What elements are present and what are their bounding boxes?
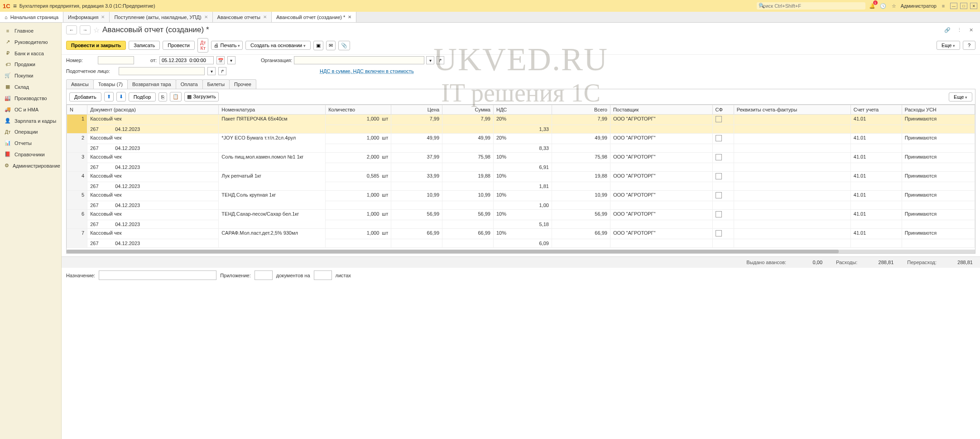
cell-supplier[interactable]: ООО "АГРОТОРГ" bbox=[610, 134, 712, 144]
cell-price[interactable]: 66,99 bbox=[391, 229, 442, 239]
cell-sum[interactable]: 7,99 bbox=[442, 115, 494, 125]
sidebar-item[interactable]: ₽Банк и касса bbox=[0, 48, 61, 59]
cell-supplier[interactable]: ООО "АГРОТОРГ" bbox=[610, 210, 712, 220]
cell-account[interactable]: 41.01 bbox=[850, 134, 902, 144]
cell-nomen[interactable]: ТЕНД.Сахар-песок/Сахар бел.1кг bbox=[219, 210, 326, 229]
tab[interactable]: Авансовые отчеты✕ bbox=[213, 12, 272, 22]
cell-supplier[interactable]: ООО "АГРОТОРГ" bbox=[610, 172, 712, 182]
cell-doc-num[interactable]: 267 04.12.2023 bbox=[87, 239, 219, 248]
cell-account[interactable]: 41.01 bbox=[850, 191, 902, 201]
cell-total[interactable]: 7,99 bbox=[552, 115, 610, 125]
cell-sf-req[interactable] bbox=[734, 229, 850, 239]
close-icon[interactable]: ✕ bbox=[204, 14, 208, 19]
purpose-input[interactable] bbox=[99, 270, 216, 280]
tab[interactable]: Поступление (акты, накладные, УПД)✕ bbox=[110, 12, 212, 22]
subtab-payment[interactable]: Оплата bbox=[176, 79, 203, 89]
cell-doc-num[interactable]: 267 04.12.2023 bbox=[87, 125, 219, 134]
checkbox-icon[interactable] bbox=[716, 116, 722, 122]
cell-nds-sum[interactable]: 5,18 bbox=[493, 220, 552, 229]
subtab-tickets[interactable]: Билеты bbox=[202, 79, 230, 89]
cell-nds[interactable]: 10% bbox=[493, 210, 552, 220]
table-row[interactable]: 7Кассовый чекСАРАФ.Мол.паст.дет.2,5% 930… bbox=[67, 229, 975, 239]
org-select-icon[interactable]: ▾ bbox=[426, 56, 434, 64]
tab[interactable]: Авансовый отчет (создание) *✕ bbox=[272, 12, 356, 22]
sidebar-item[interactable]: 📕Справочники bbox=[0, 149, 61, 160]
checkbox-icon[interactable] bbox=[716, 135, 722, 141]
col-qty[interactable]: Количество bbox=[326, 105, 391, 115]
sidebar-item[interactable]: ДтОперации bbox=[0, 126, 61, 137]
cell-qty[interactable]: 1,000 шт bbox=[326, 191, 391, 201]
cell-nds[interactable]: 20% bbox=[493, 134, 552, 144]
cell-doc[interactable]: Кассовый чек bbox=[87, 229, 219, 239]
table-row[interactable]: 1Кассовый чекПакет ПЯТЕРОЧКА 65х40см1,00… bbox=[67, 115, 975, 125]
checkbox-icon[interactable] bbox=[716, 173, 722, 179]
col-nomen[interactable]: Номенклатура bbox=[219, 105, 326, 115]
paste-button[interactable]: 📋 bbox=[170, 92, 182, 101]
table-more-button[interactable]: Еще bbox=[949, 92, 972, 101]
org-open-icon[interactable]: ↱ bbox=[436, 56, 444, 64]
close-icon[interactable]: ✕ bbox=[263, 14, 267, 19]
cell-sf-req[interactable] bbox=[734, 153, 850, 163]
date-input[interactable] bbox=[159, 56, 214, 64]
cell-supplier[interactable]: ООО "АГРОТОРГ" bbox=[610, 191, 712, 201]
cell-usn[interactable]: Принимаются bbox=[902, 191, 975, 201]
person-open-icon[interactable]: ↱ bbox=[218, 67, 226, 75]
col-doc[interactable]: Документ (расхода) bbox=[87, 105, 219, 115]
cell-sf[interactable] bbox=[712, 172, 734, 182]
calendar-icon[interactable]: 📅 bbox=[216, 56, 225, 64]
table-row-sub[interactable]: 267 04.12.20236,09 bbox=[67, 239, 975, 248]
help-button[interactable]: ? bbox=[963, 41, 975, 50]
col-sf-req[interactable]: Реквизиты счета-фактуры bbox=[734, 105, 850, 115]
bell-icon[interactable]: 🔔1 bbox=[868, 2, 876, 10]
cell-nomen[interactable]: САРАФ.Мол.паст.дет.2,5% 930мл bbox=[219, 229, 326, 248]
cell-qty[interactable]: 1,000 шт bbox=[326, 115, 391, 125]
cell-doc-num[interactable]: 267 04.12.2023 bbox=[87, 201, 219, 210]
cell-sf-req[interactable] bbox=[734, 134, 850, 144]
hamburger-icon[interactable]: ≡ bbox=[13, 2, 17, 10]
cell-sum[interactable]: 49,99 bbox=[442, 134, 494, 144]
cell-usn[interactable]: Принимаются bbox=[902, 153, 975, 163]
col-total[interactable]: Всего bbox=[552, 105, 610, 115]
cell-doc-num[interactable]: 267 04.12.2023 bbox=[87, 163, 219, 172]
cell-usn[interactable]: Принимаются bbox=[902, 229, 975, 239]
close-window-button[interactable]: ✕ bbox=[970, 3, 977, 9]
table-row[interactable]: 4Кассовый чекЛук репчатый 1кг0,585 шт33,… bbox=[67, 172, 975, 182]
cell-sum[interactable]: 75,98 bbox=[442, 153, 494, 163]
cell-price[interactable]: 37,99 bbox=[391, 153, 442, 163]
cell-sf[interactable] bbox=[712, 229, 734, 239]
cell-qty[interactable]: 1,000 шт bbox=[326, 229, 391, 239]
table-row-sub[interactable]: 267 04.12.20231,33 bbox=[67, 125, 975, 134]
cell-sum[interactable]: 10,99 bbox=[442, 191, 494, 201]
checkbox-icon[interactable] bbox=[716, 154, 722, 160]
subtab-goods[interactable]: Товары (7) bbox=[93, 79, 128, 89]
user-name[interactable]: Администратор bbox=[901, 3, 937, 9]
cell-sf[interactable] bbox=[712, 153, 734, 163]
cell-doc-num[interactable]: 267 04.12.2023 bbox=[87, 182, 219, 191]
copy-button[interactable]: ⎘ bbox=[159, 92, 167, 101]
cell-nomen[interactable]: ТЕНД.Соль крупная 1кг bbox=[219, 191, 326, 210]
cell-qty[interactable]: 0,585 шт bbox=[326, 172, 391, 182]
qr-load-button[interactable]: ▩ Загрузить bbox=[184, 92, 218, 101]
sidebar-item[interactable]: 📊Отчеты bbox=[0, 137, 61, 149]
cell-nds-sum[interactable]: 6,91 bbox=[493, 163, 552, 172]
cell-nds[interactable]: 10% bbox=[493, 172, 552, 182]
nds-settings-link[interactable]: НДС в сумме, НДС включен в стоимость bbox=[320, 68, 414, 74]
cell-qty[interactable]: 1,000 шт bbox=[326, 210, 391, 220]
table-row-sub[interactable]: 267 04.12.20236,91 bbox=[67, 163, 975, 172]
cell-sf-req[interactable] bbox=[734, 115, 850, 125]
cell-sum[interactable]: 66,99 bbox=[442, 229, 494, 239]
checkbox-icon[interactable] bbox=[716, 192, 722, 198]
favorite-star-icon[interactable]: ☆ bbox=[93, 26, 100, 34]
cell-supplier[interactable]: ООО "АГРОТОРГ" bbox=[610, 115, 712, 125]
add-row-button[interactable]: Добавить bbox=[69, 92, 101, 101]
cell-sf-req[interactable] bbox=[734, 172, 850, 182]
col-sum[interactable]: Сумма bbox=[442, 105, 494, 115]
cell-total[interactable]: 56,99 bbox=[552, 210, 610, 220]
cell-total[interactable]: 75,98 bbox=[552, 153, 610, 163]
cell-price[interactable]: 33,99 bbox=[391, 172, 442, 182]
star-icon[interactable]: ☆ bbox=[890, 2, 898, 10]
col-sf[interactable]: СФ bbox=[712, 105, 734, 115]
col-nds[interactable]: НДС bbox=[493, 105, 552, 115]
cheque-button[interactable]: ▣ bbox=[313, 41, 323, 50]
horizontal-scrollbar[interactable] bbox=[67, 250, 975, 253]
